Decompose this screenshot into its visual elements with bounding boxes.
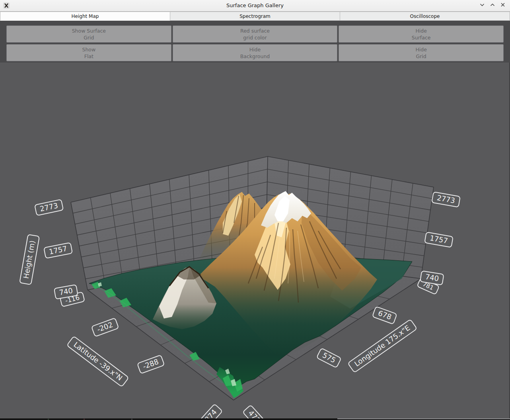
tab-spectrogram[interactable]: Spectrogram	[170, 12, 340, 21]
button-label: Grid	[416, 53, 426, 60]
maximize-button[interactable]	[489, 2, 496, 10]
surface-grid-color-button[interactable]: Red surface grid color	[173, 25, 338, 43]
close-icon	[500, 2, 506, 10]
title-bar[interactable]: Surface Graph Gallery	[0, 0, 510, 12]
tab-oscilloscope[interactable]: Oscilloscope	[340, 12, 510, 21]
button-label: Show Surface	[72, 27, 106, 34]
hide-background-button[interactable]: Hide Background	[173, 44, 338, 61]
show-surface-grid-button[interactable]: Show Surface Grid	[6, 25, 171, 43]
show-flat-button[interactable]: Show Flat	[6, 44, 171, 61]
close-button[interactable]	[499, 2, 507, 10]
button-label: Show	[82, 46, 95, 53]
tab-bar: Height Map Spectrogram Oscilloscope	[0, 11, 510, 21]
toolbar: Show Surface Grid Red surface grid color…	[0, 25, 510, 61]
button-label: Surface	[412, 34, 431, 41]
window-title: Surface Graph Gallery	[0, 0, 510, 11]
button-label: Flat	[84, 53, 93, 60]
chevron-up-icon	[489, 2, 496, 10]
button-label: grid color	[243, 34, 267, 41]
button-label: Hide	[415, 46, 427, 53]
button-label: Background	[240, 53, 270, 60]
surface-plot-canvas[interactable]	[0, 0, 510, 420]
hide-surface-button[interactable]: Hide Surface	[339, 25, 504, 43]
minimize-button[interactable]	[478, 2, 486, 10]
button-label: Hide	[415, 27, 427, 34]
button-label: Hide	[249, 46, 261, 53]
button-label: Red surface	[240, 27, 270, 34]
tab-height-map[interactable]: Height Map	[0, 12, 170, 21]
hide-grid-button[interactable]: Hide Grid	[339, 44, 504, 61]
screen-edge-strip	[0, 418, 510, 420]
chevron-down-icon	[479, 2, 485, 10]
button-label: Grid	[84, 34, 94, 41]
